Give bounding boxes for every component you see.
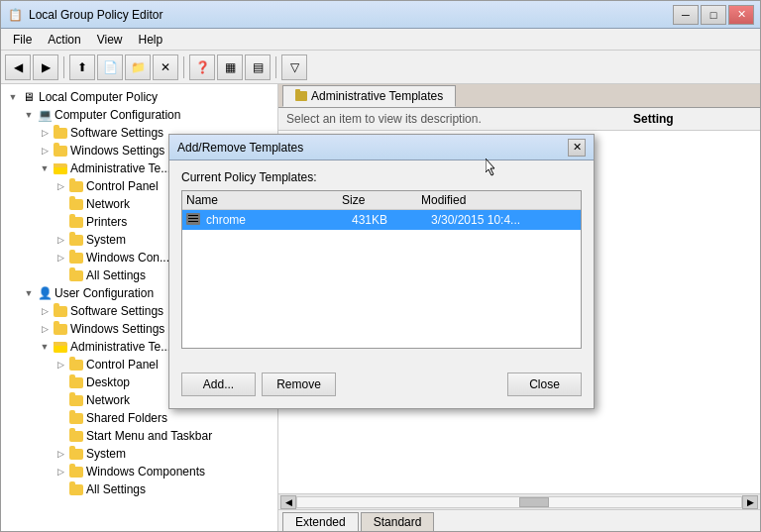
row-modified-chrome: 3/30/2015 10:4... bbox=[431, 213, 577, 227]
tree-node-computer-config[interactable]: ▼ 💻 Computer Configuration bbox=[1, 106, 277, 124]
menu-file[interactable]: File bbox=[5, 31, 40, 49]
computer-icon-config: 💻 bbox=[37, 107, 53, 123]
back-button[interactable]: ◀ bbox=[5, 54, 31, 80]
folder-icon-network bbox=[68, 196, 84, 212]
expander-user-control[interactable]: ▷ bbox=[53, 356, 68, 373]
expander-computer-config[interactable]: ▼ bbox=[21, 106, 37, 124]
tab-admin-templates[interactable]: Administrative Templates bbox=[282, 85, 456, 107]
menu-view[interactable]: View bbox=[89, 31, 131, 49]
dialog-close-x-button[interactable]: ✕ bbox=[568, 139, 586, 157]
menu-action[interactable]: Action bbox=[40, 31, 88, 49]
expander-user-network[interactable] bbox=[53, 391, 68, 409]
tree-label-network: Network bbox=[86, 197, 130, 211]
tree-label-user-wincomp: Windows Components bbox=[86, 465, 205, 479]
tree-node-user-wincomp[interactable]: ▷ Windows Components bbox=[1, 463, 277, 480]
folder-icon-win-comp bbox=[68, 250, 84, 266]
list-button[interactable]: ▤ bbox=[245, 54, 271, 80]
window-controls: ─ □ ✕ bbox=[673, 5, 754, 25]
computer-icon-root: 🖥 bbox=[21, 89, 37, 105]
close-button[interactable]: ✕ bbox=[728, 5, 754, 25]
expander-user-all[interactable] bbox=[53, 480, 68, 498]
folder-icon-admin bbox=[53, 160, 68, 176]
expander-user-windows[interactable]: ▷ bbox=[37, 320, 53, 338]
menu-bar: File Action View Help bbox=[1, 29, 760, 51]
expander-network[interactable] bbox=[53, 195, 68, 213]
expander-printers[interactable] bbox=[53, 213, 68, 231]
expander-user-system[interactable]: ▷ bbox=[53, 445, 68, 463]
folder-icon-user-control bbox=[68, 357, 84, 372]
toolbar: ◀ ▶ ⬆ 📄 📁 ✕ ❓ ▦ ▤ ▽ bbox=[1, 51, 760, 84]
maximize-button[interactable]: □ bbox=[701, 5, 726, 25]
setting-column-header: Setting bbox=[633, 112, 752, 126]
dialog-footer: Add... Remove Close bbox=[169, 369, 594, 408]
column-header: Select an item to view its description. … bbox=[278, 108, 760, 131]
folder-icon-printers bbox=[68, 214, 84, 230]
forward-button[interactable]: ▶ bbox=[33, 54, 58, 80]
folder-icon-windows bbox=[53, 143, 68, 159]
list-item[interactable]: chrome 431KB 3/30/2015 10:4... bbox=[182, 210, 581, 230]
tree-label-user-windows: Windows Settings bbox=[70, 322, 164, 336]
scroll-right-btn[interactable]: ▶ bbox=[742, 495, 758, 509]
expander-control-panel[interactable]: ▷ bbox=[53, 177, 68, 195]
tree-label-user-network: Network bbox=[86, 393, 130, 407]
tree-label-user-shared: Shared Folders bbox=[86, 411, 167, 425]
dialog-title-text: Add/Remove Templates bbox=[177, 141, 303, 155]
expander-system[interactable]: ▷ bbox=[53, 231, 68, 249]
left-buttons: Add... Remove bbox=[181, 372, 336, 396]
tree-node-user-all[interactable]: All Settings bbox=[1, 480, 277, 498]
filter-button[interactable]: ▽ bbox=[281, 54, 307, 80]
view-button[interactable]: ▦ bbox=[217, 54, 243, 80]
expander-user-config[interactable]: ▼ bbox=[21, 284, 37, 302]
tree-node-root[interactable]: ▼ 🖥 Local Computer Policy bbox=[1, 88, 277, 106]
tree-node-user-shared[interactable]: Shared Folders bbox=[1, 409, 277, 427]
add-button[interactable]: Add... bbox=[181, 372, 256, 396]
tab-extended[interactable]: Extended bbox=[282, 512, 359, 531]
minimize-button[interactable]: ─ bbox=[673, 5, 699, 25]
expander-user-wincomp[interactable]: ▷ bbox=[53, 463, 68, 480]
tree-label-system: System bbox=[86, 233, 126, 247]
expander-user-software[interactable]: ▷ bbox=[37, 302, 53, 320]
tree-label-user-admin: Administrative Te... bbox=[70, 340, 170, 354]
expander-windows-settings[interactable]: ▷ bbox=[37, 142, 53, 160]
scroll-track[interactable] bbox=[296, 496, 742, 508]
tree-node-user-system[interactable]: ▷ System bbox=[1, 445, 277, 463]
tree-label-root: Local Computer Policy bbox=[39, 90, 158, 104]
folder-icon-user-windows bbox=[53, 321, 68, 337]
tab-label: Administrative Templates bbox=[311, 89, 443, 103]
expander-root[interactable]: ▼ bbox=[5, 88, 21, 106]
tab-standard[interactable]: Standard bbox=[361, 512, 435, 531]
expander-user-admin[interactable]: ▼ bbox=[37, 338, 53, 356]
scroll-thumb[interactable] bbox=[519, 497, 549, 507]
menu-help[interactable]: Help bbox=[131, 31, 171, 49]
show-hide-button[interactable]: 📄 bbox=[97, 54, 123, 80]
folder-icon-all bbox=[68, 267, 84, 283]
expander-win-components[interactable]: ▷ bbox=[53, 249, 68, 266]
close-button-dialog[interactable]: Close bbox=[507, 372, 582, 396]
expander-admin-templates[interactable]: ▼ bbox=[37, 160, 53, 177]
horizontal-scrollbar[interactable]: ◀ ▶ bbox=[278, 493, 760, 509]
tree-label-win-components: Windows Con... bbox=[86, 251, 169, 265]
folder-icon-user-all bbox=[68, 481, 84, 497]
help-button[interactable]: ❓ bbox=[189, 54, 215, 80]
expander-user-desktop[interactable] bbox=[53, 373, 68, 391]
expander-software-settings[interactable]: ▷ bbox=[37, 124, 53, 142]
tree-label-user-config: User Configuration bbox=[54, 286, 154, 300]
scroll-left-btn[interactable]: ◀ bbox=[280, 495, 296, 509]
tree-label-user-start: Start Menu and Taskbar bbox=[86, 429, 212, 443]
folder-icon-user-desktop bbox=[68, 374, 84, 390]
list-header: Name Size Modified bbox=[182, 191, 581, 210]
expander-user-start[interactable] bbox=[53, 427, 68, 445]
delete-button[interactable]: ✕ bbox=[153, 54, 178, 80]
app-icon: 📋 bbox=[7, 7, 23, 23]
expander-all-settings[interactable] bbox=[53, 266, 68, 284]
folder-icon-user-shared bbox=[68, 410, 84, 426]
up-button[interactable]: ⬆ bbox=[69, 54, 95, 80]
row-size-chrome: 431KB bbox=[352, 213, 431, 227]
tree-node-user-start[interactable]: Start Menu and Taskbar bbox=[1, 427, 277, 445]
expander-user-shared[interactable] bbox=[53, 409, 68, 427]
templates-list[interactable]: Name Size Modified chrome 431KB 3/30/201… bbox=[181, 190, 582, 349]
folder-icon-user-wincomp bbox=[68, 464, 84, 479]
remove-button[interactable]: Remove bbox=[262, 372, 336, 396]
tree-label-windows-settings: Windows Settings bbox=[70, 144, 164, 158]
new-window-button[interactable]: 📁 bbox=[125, 54, 151, 80]
